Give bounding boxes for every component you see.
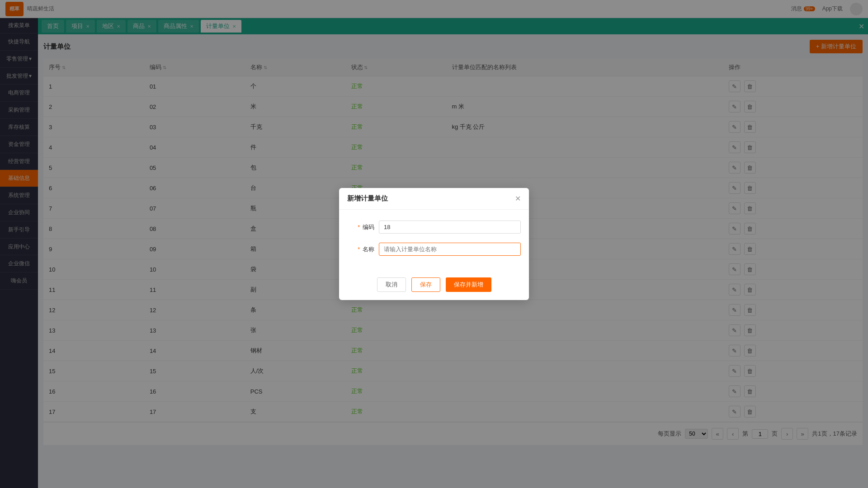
- cancel-button[interactable]: 取消: [377, 277, 406, 292]
- modal-body: * 编码 * 名称: [339, 210, 529, 272]
- save-button[interactable]: 保存: [411, 277, 440, 292]
- modal-footer: 取消 保存 保存并新增: [339, 272, 529, 300]
- required-star-code: *: [358, 224, 360, 230]
- name-input[interactable]: [379, 243, 521, 256]
- modal-header: 新增计量单位 ✕: [339, 188, 529, 210]
- form-label-name: * 名称: [347, 245, 379, 253]
- modal-title: 新增计量单位: [347, 194, 388, 203]
- form-row-code: * 编码: [347, 221, 521, 234]
- add-unit-modal: 新增计量单位 ✕ * 编码 * 名称 取消 保存 保存并新增: [339, 188, 529, 300]
- modal-overlay: 新增计量单位 ✕ * 编码 * 名称 取消 保存 保存并新增: [0, 0, 868, 488]
- modal-close-button[interactable]: ✕: [515, 194, 521, 203]
- form-label-code: * 编码: [347, 223, 379, 231]
- code-input[interactable]: [379, 221, 521, 234]
- save-and-new-button[interactable]: 保存并新增: [446, 277, 491, 292]
- form-row-name: * 名称: [347, 243, 521, 256]
- required-star-name: *: [358, 246, 360, 253]
